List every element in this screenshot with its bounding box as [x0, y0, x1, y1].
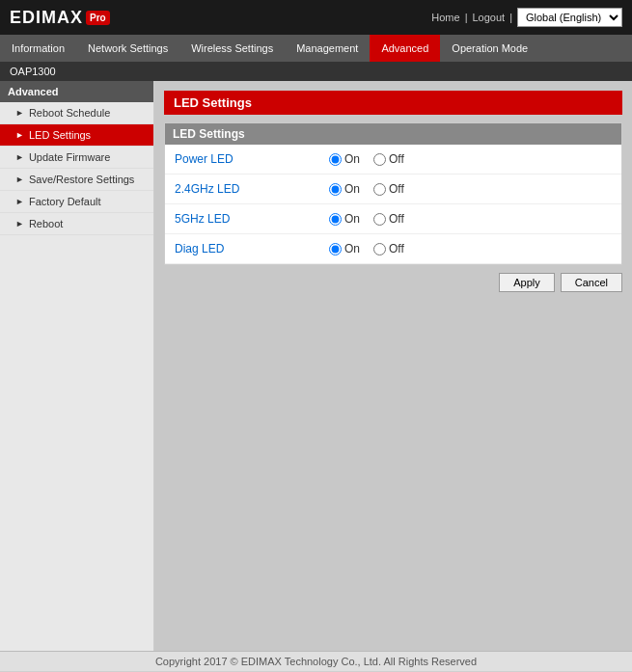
arrow-icon: ►: [15, 152, 24, 162]
sidebar-items: ►Reboot Schedule►LED Settings►Update Fir…: [0, 102, 153, 235]
radio-off-label-3[interactable]: Off: [373, 242, 404, 255]
radio-off-0[interactable]: [373, 153, 386, 166]
footer-text: Copyright 2017 © EDIMAX Technology Co., …: [155, 656, 477, 667]
radio-off-label-2[interactable]: Off: [373, 212, 404, 226]
radio-on-label-0[interactable]: On: [329, 152, 360, 166]
logo-pro: Pro: [86, 11, 110, 25]
radio-on-label-1[interactable]: On: [329, 182, 360, 196]
nav-item-network-settings[interactable]: Network Settings: [76, 35, 179, 62]
button-bar: Apply Cancel: [164, 265, 622, 300]
sidebar-item-factory-default[interactable]: ►Factory Default: [0, 191, 153, 213]
arrow-icon: ►: [15, 130, 24, 140]
radio-on-label-3[interactable]: On: [329, 242, 360, 255]
cancel-button[interactable]: Cancel: [561, 273, 622, 292]
navbar: InformationNetwork SettingsWireless Sett…: [0, 35, 632, 62]
radio-on-2[interactable]: [329, 213, 342, 226]
sidebar-section-header: Advanced: [0, 81, 153, 102]
header-right: Home | Logout | Global (English): [431, 8, 622, 27]
content-area: LED Settings LED Settings Power LED On O…: [154, 81, 632, 651]
arrow-icon: ►: [15, 108, 24, 118]
led-label-3: Diag LED: [175, 242, 224, 255]
table-row: 2.4GHz LED On Off: [165, 175, 621, 204]
radio-off-1[interactable]: [373, 183, 386, 196]
radio-off-label-1[interactable]: Off: [373, 182, 404, 196]
sidebar-item-save-restore-settings[interactable]: ►Save/Restore Settings: [0, 169, 153, 191]
nav-item-wireless-settings[interactable]: Wireless Settings: [179, 35, 285, 62]
radio-group-2: On Off: [329, 212, 612, 226]
sidebar-item-reboot[interactable]: ►Reboot: [0, 213, 153, 235]
radio-off-2[interactable]: [373, 213, 386, 226]
settings-card: LED Settings Power LED On Off 2.4GHz LED: [164, 122, 622, 265]
radio-group-1: On Off: [329, 182, 612, 196]
radio-group-3: On Off: [329, 242, 612, 255]
card-title: LED Settings: [165, 123, 621, 145]
nav-item-management[interactable]: Management: [285, 35, 370, 62]
nav-item-information[interactable]: Information: [0, 35, 76, 62]
radio-on-1[interactable]: [329, 183, 342, 196]
sidebar-item-led-settings[interactable]: ►LED Settings: [0, 124, 153, 147]
led-label-2: 5GHz LED: [175, 212, 230, 226]
apply-button[interactable]: Apply: [499, 273, 555, 292]
footer: Copyright 2017 © EDIMAX Technology Co., …: [0, 651, 632, 671]
sidebar: Advanced ►Reboot Schedule►LED Settings►U…: [0, 81, 154, 651]
language-select[interactable]: Global (English): [517, 8, 622, 27]
arrow-icon: ►: [15, 197, 24, 206]
device-label: OAP1300: [10, 66, 56, 77]
radio-on-0[interactable]: [329, 153, 342, 166]
radio-on-label-2[interactable]: On: [329, 212, 360, 226]
radio-off-3[interactable]: [373, 243, 386, 255]
logo: EDIMAX Pro: [10, 8, 110, 28]
nav-item-advanced[interactable]: Advanced: [370, 35, 440, 62]
device-bar: OAP1300: [0, 62, 632, 81]
led-table: Power LED On Off 2.4GHz LED On: [165, 145, 621, 264]
arrow-icon: ►: [15, 219, 24, 228]
header: EDIMAX Pro Home | Logout | Global (Engli…: [0, 0, 632, 35]
main-layout: Advanced ►Reboot Schedule►LED Settings►U…: [0, 81, 632, 651]
table-row: Diag LED On Off: [165, 234, 621, 264]
arrow-icon: ►: [15, 175, 24, 184]
radio-on-3[interactable]: [329, 243, 342, 255]
table-row: 5GHz LED On Off: [165, 204, 621, 234]
logo-text: EDIMAX: [10, 8, 83, 28]
nav-item-operation-mode[interactable]: Operation Mode: [440, 35, 539, 62]
radio-off-label-0[interactable]: Off: [373, 152, 404, 166]
sidebar-item-reboot-schedule[interactable]: ►Reboot Schedule: [0, 102, 153, 124]
page-title: LED Settings: [164, 91, 622, 115]
radio-group-0: On Off: [329, 152, 612, 166]
led-label-0: Power LED: [175, 152, 234, 166]
sidebar-item-update-firmware[interactable]: ►Update Firmware: [0, 147, 153, 169]
table-row: Power LED On Off: [165, 145, 621, 175]
logout-link[interactable]: Logout: [472, 12, 505, 23]
home-link[interactable]: Home: [431, 12, 459, 23]
led-label-1: 2.4GHz LED: [175, 182, 239, 196]
